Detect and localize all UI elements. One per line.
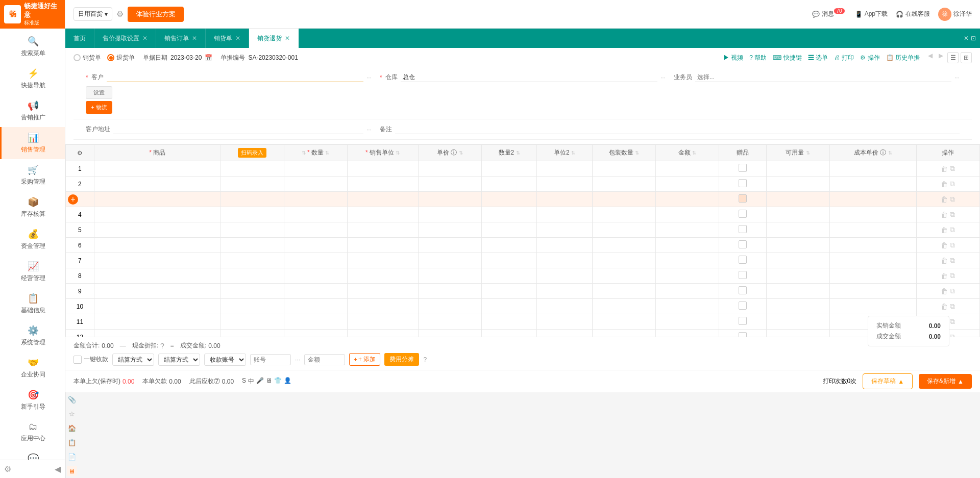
cell-amount[interactable]	[655, 284, 719, 299]
sidebar-item-purchase[interactable]: 🛒 采购管理	[0, 159, 65, 191]
cell-sales-unit[interactable]	[347, 161, 418, 177]
cell-sales-unit[interactable]	[347, 330, 418, 337]
cell-quantity2[interactable]	[481, 314, 536, 330]
cell-unit2[interactable]	[537, 177, 592, 192]
online-service-button[interactable]: 🎧 在线客服	[896, 10, 930, 18]
cell-cost-unit[interactable]	[829, 207, 916, 222]
copy-row-button[interactable]: ⧉	[950, 287, 955, 295]
cell-available[interactable]	[766, 222, 829, 238]
close-tab-icon[interactable]: ✕	[964, 35, 969, 42]
toolbar-video[interactable]: ▶ 视频	[723, 54, 743, 62]
list-view-btn[interactable]: ☰	[947, 52, 959, 63]
cell-product[interactable]	[94, 330, 220, 337]
calendar-icon[interactable]: 📅	[205, 54, 212, 61]
sidebar-item-basic[interactable]: 📋 基础信息	[0, 288, 65, 320]
cell-product[interactable]	[94, 268, 220, 284]
delete-row-button[interactable]: 🗑	[941, 211, 948, 219]
delete-row-button[interactable]: 🗑	[941, 226, 948, 234]
cell-amount[interactable]	[655, 192, 719, 207]
app-download-button[interactable]: 📱 App下载	[855, 10, 888, 18]
delete-row-button[interactable]: 🗑	[941, 195, 948, 204]
cell-quantity[interactable]	[284, 268, 347, 284]
gift-checkbox[interactable]	[739, 317, 747, 325]
add-payment-button[interactable]: + + 添加	[349, 353, 380, 366]
gift-checkbox[interactable]	[739, 332, 747, 337]
cell-amount[interactable]	[655, 207, 719, 222]
cell-amount[interactable]	[655, 268, 719, 284]
cell-cost-unit[interactable]	[829, 161, 916, 177]
cell-amount[interactable]	[655, 222, 719, 238]
cell-unit-price[interactable]	[418, 299, 481, 314]
tab-sales-return[interactable]: 销货退货 ✕	[249, 29, 299, 48]
cell-pkg-qty[interactable]	[592, 284, 655, 299]
add-row-button[interactable]: +	[68, 194, 78, 205]
cell-cost-unit[interactable]	[829, 299, 916, 314]
cell-product[interactable]	[94, 238, 220, 253]
cell-quantity[interactable]	[284, 192, 347, 207]
cell-quantity[interactable]	[284, 253, 347, 268]
cell-quantity[interactable]	[284, 314, 347, 330]
topbar-gear-icon[interactable]: ⚙	[116, 9, 124, 19]
maximize-icon[interactable]: ⊡	[971, 35, 976, 42]
industry-select[interactable]: 日用百货 ▾	[74, 7, 112, 21]
cell-gift[interactable]	[719, 222, 766, 238]
cell-quantity2[interactable]	[481, 330, 536, 337]
cell-cost-unit[interactable]	[829, 192, 916, 207]
copy-row-button[interactable]: ⧉	[950, 210, 955, 219]
cell-available[interactable]	[766, 330, 829, 337]
sidebar-collapse-icon[interactable]: ◀	[55, 464, 61, 474]
cell-unit2[interactable]	[537, 207, 592, 222]
toolbar-print[interactable]: 🖨 打印	[834, 54, 854, 62]
cell-sales-unit[interactable]	[347, 222, 418, 238]
cell-unit-price[interactable]	[418, 268, 481, 284]
right-panel-icon-5[interactable]: 📄	[67, 451, 77, 462]
cell-quantity[interactable]	[284, 222, 347, 238]
cell-amount[interactable]	[655, 330, 719, 337]
address-more-icon[interactable]: ···	[366, 126, 372, 133]
address-input[interactable]	[113, 124, 363, 134]
user-profile[interactable]: 徐 徐泽华	[938, 8, 972, 21]
cell-quantity[interactable]	[284, 238, 347, 253]
toolbar-history[interactable]: 📋 历史单据	[886, 54, 920, 62]
tab-home[interactable]: 首页	[65, 29, 94, 48]
cell-quantity2[interactable]	[481, 161, 536, 177]
cell-quantity[interactable]	[284, 207, 347, 222]
delete-row-button[interactable]: 🗑	[941, 257, 948, 265]
cell-available[interactable]	[766, 314, 829, 330]
gift-checkbox[interactable]	[739, 256, 747, 264]
sidebar-item-system[interactable]: ⚙️ 系统管理	[0, 320, 65, 352]
cell-pkg-qty[interactable]	[592, 207, 655, 222]
cell-gift[interactable]	[719, 207, 766, 222]
cell-amount[interactable]	[655, 161, 719, 177]
copy-row-button[interactable]: ⧉	[950, 195, 955, 204]
radio-return-bill[interactable]: 退货单	[107, 54, 135, 62]
gift-checkbox[interactable]	[739, 194, 747, 203]
cell-available[interactable]	[766, 238, 829, 253]
cell-pkg-qty[interactable]	[592, 299, 655, 314]
copy-row-button[interactable]: ⧉	[950, 180, 955, 188]
cell-unit-price[interactable]	[418, 253, 481, 268]
cell-pkg-qty[interactable]	[592, 192, 655, 207]
cell-pkg-qty[interactable]	[592, 222, 655, 238]
cell-quantity[interactable]	[284, 299, 347, 314]
copy-row-button[interactable]: ⧉	[950, 271, 955, 280]
cell-unit2[interactable]	[537, 238, 592, 253]
sidebar-item-guide[interactable]: 🎯 新手引导	[0, 384, 65, 416]
cell-quantity[interactable]	[284, 177, 347, 192]
one-click-pay-check[interactable]	[74, 356, 82, 364]
right-panel-icon-3[interactable]: 🏠	[67, 423, 77, 433]
cell-quantity2[interactable]	[481, 253, 536, 268]
gift-checkbox[interactable]	[739, 271, 747, 279]
cell-available[interactable]	[766, 177, 829, 192]
cell-sales-unit[interactable]	[347, 238, 418, 253]
cell-cost-unit[interactable]	[829, 238, 916, 253]
cell-product[interactable]	[94, 207, 220, 222]
cell-sales-unit[interactable]	[347, 192, 418, 207]
cell-cost-unit[interactable]	[829, 222, 916, 238]
delete-row-button[interactable]: 🗑	[941, 165, 948, 173]
tab-price-extract-close[interactable]: ✕	[142, 35, 148, 42]
cell-unit2[interactable]	[537, 314, 592, 330]
cta-button[interactable]: 体验行业方案	[128, 7, 184, 22]
tab-sales-return-close[interactable]: ✕	[285, 35, 290, 42]
warehouse-more-icon[interactable]: ···	[660, 74, 666, 81]
